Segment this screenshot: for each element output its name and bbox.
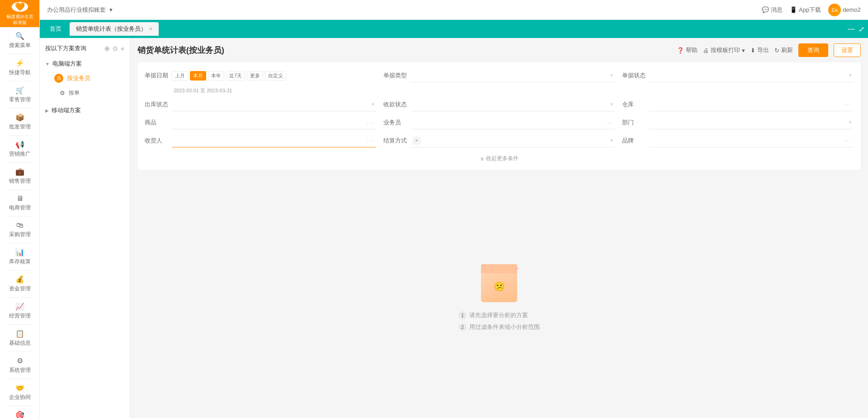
tree-sub-child-order[interactable]: ⚙ 按单 bbox=[40, 86, 130, 100]
sidebar-item-base[interactable]: 📋 基础信息 bbox=[7, 325, 33, 352]
product-label: 商品 bbox=[145, 119, 168, 127]
wholesale-icon: 📦 bbox=[15, 113, 24, 122]
doctype-arrow: ▾ bbox=[610, 72, 613, 78]
filter-panel: 单据日期 上月 本月 本年 近7天 更多 自定义 单据类型 bbox=[137, 62, 861, 170]
filter-date: 单据日期 上月 本月 本年 近7天 更多 自定义 bbox=[145, 71, 376, 81]
sidebar-item-enterprise[interactable]: 🤝 企业协同 bbox=[7, 379, 33, 406]
docstatus-input[interactable]: ▾ bbox=[649, 69, 854, 82]
sidebar-item-newbie[interactable]: 🎯 新手引导 bbox=[7, 406, 33, 418]
tree-child-label: 按业务员 bbox=[67, 74, 90, 82]
workspace-title[interactable]: 办公用品行业模拟账套 bbox=[47, 6, 106, 14]
consignee-dots: ··· bbox=[366, 137, 374, 144]
paystatus-label: 收款状态 bbox=[383, 100, 407, 109]
tabbar: 首页 销货单统计表（按业务员） × — ⤢ bbox=[40, 20, 868, 38]
brand-input[interactable]: ··· bbox=[649, 134, 854, 147]
filter-doctype: 单据类型 ▾ bbox=[383, 69, 615, 82]
collapse-row: ∧ 收起更多条件 bbox=[145, 152, 854, 163]
search-icon: 🔍 bbox=[15, 32, 24, 40]
operations-icon: 📈 bbox=[15, 302, 24, 311]
sidebar-item-system[interactable]: ⚙ 系统管理 bbox=[7, 352, 33, 379]
ecommerce-icon: 🖥 bbox=[16, 195, 24, 203]
date-7days[interactable]: 近7天 bbox=[226, 71, 245, 81]
settings-scheme-icon[interactable]: ⊙ bbox=[113, 45, 118, 52]
filter-consignee: 收货人 ··· bbox=[145, 134, 376, 147]
refresh-btn[interactable]: ↻ 刷新 bbox=[774, 46, 793, 54]
empty-state: 😕 ✦ ✦ 1 请先选择要分析的方案 2 用过滤条件来缩小分析范围 bbox=[137, 175, 861, 413]
topbar-left: 办公用品行业模拟账套 ▾ bbox=[47, 6, 113, 14]
empty-hints: 1 请先选择要分析的方案 2 用过滤条件来缩小分析范围 bbox=[458, 311, 540, 331]
sidebar-item-finance[interactable]: 💰 资金管理 bbox=[7, 271, 33, 298]
paystatus-input[interactable]: ▾ bbox=[410, 98, 615, 111]
tree-parent-pc[interactable]: ▼ 电脑端方案 bbox=[40, 57, 130, 71]
consignee-input[interactable]: ··· bbox=[172, 134, 376, 147]
print-btn[interactable]: 🖨 按模板打印 ▾ bbox=[703, 46, 745, 54]
sidebar-item-quick-nav[interactable]: ⚡ 快捷导航 bbox=[7, 54, 33, 81]
app-name: 畅捷通好生意 bbox=[6, 14, 33, 19]
warehouse-input[interactable]: ··· bbox=[649, 98, 854, 111]
date-prev-month[interactable]: 上月 bbox=[172, 71, 188, 81]
particle-1: ✦ bbox=[481, 261, 486, 269]
filter-row-1: 单据日期 上月 本月 本年 近7天 更多 自定义 单据类型 bbox=[145, 69, 854, 82]
salesperson-input[interactable]: ··· bbox=[410, 116, 615, 129]
tree-mobile-section: ▶ 移动端方案 bbox=[40, 102, 130, 119]
sidebar-item-ecommerce[interactable]: 🖥 电商管理 bbox=[7, 190, 33, 217]
date-this-month[interactable]: 本月 bbox=[190, 71, 206, 81]
sidebar-label-ecommerce: 电商管理 bbox=[9, 204, 31, 212]
user-avatar: Ea bbox=[828, 4, 841, 16]
tab-bar-right: — ⤢ bbox=[848, 25, 864, 33]
sidebar-item-operations[interactable]: 📈 经营管理 bbox=[7, 298, 33, 325]
product-input[interactable]: ··· bbox=[172, 116, 376, 129]
sidebar-item-marketing[interactable]: 📢 营销推广 bbox=[7, 136, 33, 163]
sidebar-item-sales[interactable]: 💼 销售管理 bbox=[7, 163, 33, 190]
consignee-label: 收货人 bbox=[145, 137, 168, 145]
date-custom[interactable]: 自定义 bbox=[265, 71, 286, 81]
query-button[interactable]: 查询 bbox=[798, 43, 828, 57]
settlement-input[interactable]: × ▾ bbox=[410, 134, 615, 147]
department-input[interactable]: ▾ bbox=[649, 116, 854, 129]
topbar: 办公用品行业模拟账套 ▾ 💬 消息 📱 App下载 Ea demo2 bbox=[40, 0, 868, 20]
tab-home[interactable]: 首页 bbox=[43, 22, 68, 36]
add-scheme-icon[interactable]: ⊕ bbox=[104, 45, 110, 52]
brand-label: 品牌 bbox=[622, 137, 646, 145]
outstatus-input[interactable]: ▾ bbox=[172, 98, 376, 111]
sidebar-item-search[interactable]: 🔍 搜索菜单 bbox=[7, 27, 33, 54]
base-icon: 📋 bbox=[15, 329, 24, 338]
help-btn[interactable]: ❓ 帮助 bbox=[677, 46, 698, 54]
sidebar-label-system: 系统管理 bbox=[9, 366, 31, 374]
filter-docstatus: 单据状态 ▾ bbox=[622, 69, 854, 82]
app-edition: 标准版 bbox=[13, 19, 27, 25]
hint-2-text: 用过滤条件来缩小分析范围 bbox=[469, 323, 540, 331]
hint-2-num: 2 bbox=[458, 323, 467, 331]
tree-parent-mobile[interactable]: ▶ 移动端方案 bbox=[40, 104, 130, 117]
collapse-btn[interactable]: ∧ 收起更多条件 bbox=[480, 155, 519, 162]
sidebar-item-inventory[interactable]: 📊 库存核算 bbox=[7, 243, 33, 271]
filter-salesperson: 业务员 ··· bbox=[383, 116, 615, 129]
filter-outstatus: 出库状态 ▾ bbox=[145, 98, 376, 111]
tree-child-salesperson[interactable]: 员 按业务员 bbox=[40, 71, 130, 86]
sidebar-item-purchase[interactable]: 🛍 采购管理 bbox=[7, 217, 33, 243]
window-max-icon[interactable]: ⤢ bbox=[859, 25, 864, 33]
tab-close-icon[interactable]: × bbox=[149, 26, 152, 32]
sidebar-item-wholesale[interactable]: 📦 批发管理 bbox=[7, 109, 33, 136]
sidebar-item-retail[interactable]: 🛒 零售管理 bbox=[7, 81, 33, 109]
user-menu[interactable]: Ea demo2 bbox=[828, 4, 861, 16]
message-btn[interactable]: 💬 消息 bbox=[762, 6, 783, 14]
workspace-arrow[interactable]: ▾ bbox=[109, 6, 113, 13]
settings-button[interactable]: 设置 bbox=[834, 43, 861, 57]
settlement-tag-close[interactable]: × bbox=[415, 138, 418, 144]
sidebar-label-operations: 经营管理 bbox=[9, 312, 31, 320]
tab-active[interactable]: 销货单统计表（按业务员） × bbox=[70, 22, 159, 36]
panel-header-label: 按以下方案查询 bbox=[45, 44, 86, 52]
hint-1-num: 1 bbox=[458, 311, 467, 319]
filter-paystatus: 收款状态 ▾ bbox=[383, 98, 615, 111]
sidebar-label-finance: 资金管理 bbox=[9, 285, 31, 293]
date-more[interactable]: 更多 bbox=[247, 71, 263, 81]
sidebar-label-search: 搜索菜单 bbox=[9, 42, 31, 49]
doctype-input[interactable]: ▾ bbox=[410, 69, 615, 82]
collapse-panel-icon[interactable]: « bbox=[121, 45, 124, 52]
date-this-year[interactable]: 本年 bbox=[208, 71, 224, 81]
window-min-icon[interactable]: — bbox=[848, 25, 855, 33]
export-btn[interactable]: ⬇ 导出 bbox=[750, 46, 769, 54]
filter-row-4: 收货人 ··· 结算方式 × ▾ bbox=[145, 134, 854, 147]
app-download-btn[interactable]: 📱 App下载 bbox=[790, 6, 821, 14]
